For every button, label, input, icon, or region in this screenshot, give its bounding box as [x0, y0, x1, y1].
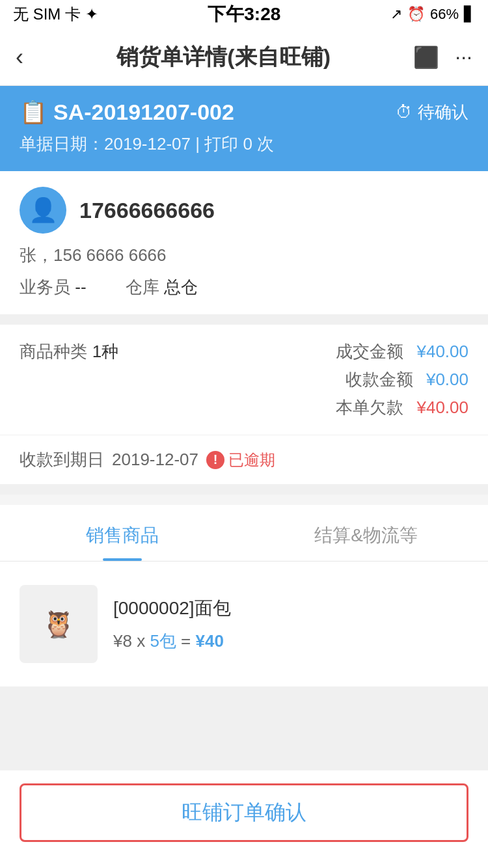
product-details: [0000002]面包 ¥8 x 5包 = ¥40: [113, 596, 468, 653]
divider-1: [0, 314, 488, 325]
customer-info: 张，156 6666 6666: [20, 244, 468, 267]
warehouse-item: 仓库 总仓: [126, 276, 198, 299]
overdue-icon: !: [206, 451, 224, 469]
customer-phone: 17666666666: [79, 198, 215, 223]
status-bar-time: 下午3:28: [208, 2, 280, 27]
tabs: 销售商品 结算&物流等: [0, 505, 488, 562]
clock-icon: ⏱: [396, 102, 413, 122]
due-date-row: 收款到期日 2019-12-07 ! 已逾期: [20, 448, 468, 471]
summary-main: 商品种类 1种 成交金额 ¥40.00 收款金额 ¥0.00 本单欠款 ¥40.…: [20, 340, 468, 419]
price-text: ¥8 x: [113, 631, 150, 651]
summary-card: 商品种类 1种 成交金额 ¥40.00 收款金额 ¥0.00 本单欠款 ¥40.…: [0, 325, 488, 435]
battery-icon: ▋: [464, 6, 475, 23]
receipt-row: 收款金额 ¥0.00: [346, 368, 468, 391]
customer-top: 👤 17666666666: [20, 187, 468, 234]
battery-level: 66%: [430, 6, 459, 23]
bottom-button-area: 旺铺订单确认: [0, 770, 488, 868]
confirm-order-button[interactable]: 旺铺订单确认: [20, 783, 468, 842]
tab-settlement[interactable]: 结算&物流等: [244, 505, 488, 561]
product-logo-icon: 🦉: [42, 609, 75, 640]
avatar-icon: 👤: [29, 197, 58, 224]
qty-text: 5包: [150, 631, 176, 651]
receipt-value: ¥0.00: [426, 370, 468, 390]
avatar: 👤: [20, 187, 66, 234]
transaction-row: 成交金额 ¥40.00: [336, 340, 468, 363]
receipt-label: 收款金额: [346, 368, 413, 391]
total-text: ¥40: [195, 631, 223, 651]
salesperson-item: 业务员 --: [20, 276, 87, 299]
tab-sales-products[interactable]: 销售商品: [0, 505, 244, 561]
more-icon[interactable]: ···: [455, 45, 472, 69]
owed-row: 本单欠款 ¥40.00: [336, 396, 468, 419]
order-header-top: 📋 SA-20191207-002 ⏱ 待确认: [20, 99, 468, 125]
product-type-label: 商品种类: [20, 342, 87, 361]
sim-signal: 无 SIM 卡 ✦: [13, 4, 98, 25]
due-date-card: 收款到期日 2019-12-07 ! 已逾期: [0, 435, 488, 484]
amounts-section: 成交金额 ¥40.00 收款金额 ¥0.00 本单欠款 ¥40.00: [336, 340, 468, 419]
overdue-text: 已逾期: [228, 450, 275, 470]
equals-text: =: [176, 631, 196, 651]
product-type-value: 1种: [92, 342, 118, 361]
order-icon: 📋: [20, 99, 47, 125]
transaction-value: ¥40.00: [416, 342, 468, 362]
status-bar-left: 无 SIM 卡 ✦: [13, 4, 98, 25]
overdue-badge: ! 已逾期: [206, 450, 275, 470]
product-name: [0000002]面包: [113, 596, 468, 621]
customer-meta: 业务员 -- 仓库 总仓: [20, 276, 468, 299]
location-icon: ↗: [390, 6, 402, 23]
page-title: 销货单详情(来自旺铺): [34, 42, 413, 72]
transaction-label: 成交金额: [336, 340, 403, 363]
nav-actions: ⬛ ···: [413, 45, 472, 70]
customer-card: 👤 17666666666 张，156 6666 6666 业务员 -- 仓库 …: [0, 171, 488, 314]
order-id: 📋 SA-20191207-002: [20, 99, 234, 125]
divider-2: [0, 484, 488, 495]
product-list: 🦉 [0000002]面包 ¥8 x 5包 = ¥40: [0, 562, 488, 686]
product-item: 🦉 [0000002]面包 ¥8 x 5包 = ¥40: [20, 575, 468, 673]
product-thumbnail: 🦉: [20, 585, 98, 663]
due-date-value: 2019-12-07: [112, 450, 198, 470]
back-button[interactable]: ‹: [16, 44, 34, 71]
order-header: 📋 SA-20191207-002 ⏱ 待确认 单据日期：2019-12-07 …: [0, 86, 488, 171]
order-date: 单据日期：2019-12-07 | 打印 0 次: [20, 133, 468, 156]
nav-bar: ‹ 销货单详情(来自旺铺) ⬛ ···: [0, 29, 488, 86]
order-status: ⏱ 待确认: [396, 101, 468, 124]
alarm-icon: ⏰: [407, 6, 425, 23]
product-type-section: 商品种类 1种: [20, 340, 118, 363]
status-bar: 无 SIM 卡 ✦ 下午3:28 ↗ ⏰ 66% ▋: [0, 0, 488, 29]
owed-value: ¥40.00: [416, 398, 468, 418]
owed-label: 本单欠款: [336, 396, 403, 419]
share-icon[interactable]: ⬛: [413, 45, 439, 70]
due-date-label: 收款到期日: [20, 448, 104, 471]
status-bar-right: ↗ ⏰ 66% ▋: [390, 6, 475, 23]
product-price: ¥8 x 5包 = ¥40: [113, 630, 468, 653]
